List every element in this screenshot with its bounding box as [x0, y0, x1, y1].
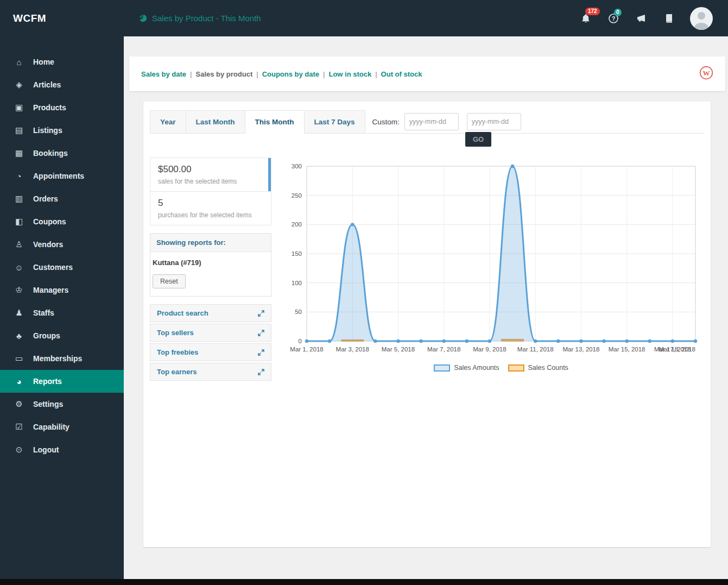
sidebar-item-home[interactable]: ⌂Home — [0, 51, 124, 73]
sidebar-item-label: Appointments — [33, 172, 84, 180]
sidebar-item-label: Settings — [33, 400, 63, 408]
sidebar-item-label: Memberships — [33, 354, 82, 363]
sidebar-item-capability[interactable]: ☑Capability — [0, 416, 124, 438]
tab-this-month[interactable]: This Month — [245, 110, 305, 134]
announcements-megaphone-icon[interactable] — [635, 12, 648, 25]
reset-button[interactable]: Reset — [153, 274, 186, 288]
sidebar-item-customers[interactable]: ☺Customers — [0, 256, 124, 279]
go-button[interactable]: GO — [465, 132, 491, 147]
notification-count-badge: 172 — [585, 8, 600, 15]
knowledgebase-book-icon[interactable] — [662, 12, 675, 25]
summary-stats: $500.00 sales for the selected items 5 p… — [150, 158, 271, 225]
sidebar-item-articles[interactable]: ◈Articles — [0, 73, 124, 96]
sidebar-item-label: Coupons — [33, 217, 66, 226]
tab-year[interactable]: Year — [150, 110, 186, 134]
help-icon[interactable]: ? 0 — [607, 12, 620, 25]
legend-item-sales-counts: Sales Counts — [508, 364, 568, 372]
sidebar-item-label: Home — [33, 58, 54, 66]
articles-icon: ◈ — [13, 80, 25, 90]
orders-icon: ▥ — [13, 194, 25, 204]
breadcrumb-link-low-in-stock[interactable]: Low in stock — [328, 70, 371, 78]
purchases-value: 5 — [158, 198, 263, 209]
groups-icon: ♣ — [13, 331, 25, 341]
sidebar-item-orders[interactable]: ▥Orders — [0, 187, 124, 210]
sales-chart: 050100150200250300Mar 1, 2018Mar 3, 2018… — [278, 158, 704, 381]
chart-legend: Sales AmountsSales Counts — [307, 364, 695, 372]
svg-text:W: W — [703, 69, 710, 77]
panel-top-freebies[interactable]: Top freebies — [150, 343, 271, 361]
custom-range-area: Custom: — [372, 110, 529, 133]
sidebar-item-coupons[interactable]: ◧Coupons — [0, 210, 124, 233]
breadcrumb-link-coupons-by-date[interactable]: Coupons by date — [262, 70, 319, 78]
tab-last-7-days[interactable]: Last 7 Days — [305, 110, 365, 134]
sidebar-item-label: Managers — [33, 286, 68, 294]
svg-text:Mar 15, 2018: Mar 15, 2018 — [609, 346, 645, 353]
sidebar-item-vendors[interactable]: ♙Vendors — [0, 233, 124, 256]
top-header: WCFM Sales by Product - This Month 172 ?… — [0, 0, 728, 36]
notifications-bell-icon[interactable]: 172 — [579, 12, 592, 25]
sidebar-item-settings[interactable]: ⚙Settings — [0, 393, 124, 416]
svg-text:Mar 18, 2018: Mar 18, 2018 — [659, 346, 695, 353]
sidebar-item-listings[interactable]: ▤Listings — [0, 119, 124, 142]
panel-label: Product search — [157, 309, 208, 317]
sidebar-item-products[interactable]: ▣Products — [0, 96, 124, 119]
svg-text:Mar 5, 2018: Mar 5, 2018 — [382, 346, 415, 353]
breadcrumb-link-sales-by-product: Sales by product — [196, 70, 253, 78]
sidebar-item-reports[interactable]: ◕Reports — [0, 370, 124, 393]
sidebar-item-logout[interactable]: ⊙Logout — [0, 438, 124, 461]
purchases-caption: purchases for the selected items — [158, 211, 263, 219]
sidebar-item-appointments[interactable]: ◔Appointments — [0, 165, 124, 187]
vendors-icon: ♙ — [13, 240, 25, 249]
bookings-icon: ▦ — [13, 148, 25, 158]
sidebar-item-groups[interactable]: ♣Groups — [0, 324, 124, 347]
settings-icon: ⚙ — [13, 399, 25, 409]
coupons-icon: ◧ — [13, 217, 25, 227]
svg-text:Mar 1, 2018: Mar 1, 2018 — [290, 346, 323, 353]
custom-date-from-input[interactable] — [404, 113, 459, 130]
panel-top-sellers[interactable]: Top sellers — [150, 324, 271, 342]
sidebar-item-managers[interactable]: ♔Managers — [0, 279, 124, 301]
stat-accent-bar — [268, 158, 271, 191]
breadcrumb-link-out-of-stock[interactable]: Out of stock — [381, 70, 422, 78]
svg-text:Mar 11, 2018: Mar 11, 2018 — [517, 346, 554, 353]
svg-text:Mar 13, 2018: Mar 13, 2018 — [563, 346, 600, 353]
panel-product-search[interactable]: Product search — [150, 304, 271, 322]
sales-total-stat: $500.00 sales for the selected items — [150, 158, 271, 191]
purchases-stat: 5 purchases for the selected items — [150, 191, 271, 225]
sidebar-item-staffs[interactable]: ♟Staffs — [0, 301, 124, 324]
sidebar-item-label: Customers — [33, 263, 73, 272]
sidebar-item-memberships[interactable]: ▭Memberships — [0, 347, 124, 370]
logout-icon: ⊙ — [13, 445, 25, 455]
report-panel-list: Product searchTop sellersTop freebiesTop… — [150, 304, 271, 381]
app-logo[interactable]: WCFM — [0, 12, 124, 24]
panel-top-earners[interactable]: Top earners — [150, 363, 271, 381]
tab-last-month[interactable]: Last Month — [186, 110, 245, 134]
panel-label: Top earners — [157, 368, 197, 376]
main-content: Sales by date|Sales by product|Coupons b… — [124, 36, 728, 579]
legend-item-sales-amounts: Sales Amounts — [434, 364, 499, 372]
sidebar-item-label: Groups — [33, 331, 60, 340]
report-body: $500.00 sales for the selected items 5 p… — [150, 158, 704, 381]
report-card: YearLast MonthThis MonthLast 7 Days Cust… — [143, 102, 711, 547]
wordpress-logo-icon[interactable]: W — [699, 66, 713, 82]
svg-text:50: 50 — [295, 309, 302, 315]
home-icon: ⌂ — [13, 58, 25, 67]
sales-total-caption: sales for the selected items — [158, 178, 263, 185]
sidebar-item-label: Listings — [33, 126, 62, 135]
help-count-badge: 0 — [614, 9, 622, 16]
custom-range-label: Custom: — [372, 118, 400, 126]
breadcrumb-separator: | — [186, 70, 195, 78]
panel-label: Top freebies — [157, 348, 198, 356]
vendor-name: Kuttana (#719) — [153, 259, 269, 267]
appointments-icon: ◔ — [13, 172, 25, 181]
custom-date-to-input[interactable] — [467, 113, 521, 130]
sidebar-item-bookings[interactable]: ▦Bookings — [0, 142, 124, 165]
staffs-icon: ♟ — [13, 308, 25, 318]
expand-icon — [258, 310, 264, 317]
user-avatar[interactable] — [690, 7, 713, 30]
breadcrumb-link-sales-by-date[interactable]: Sales by date — [141, 70, 186, 78]
sidebar-item-label: Capability — [33, 423, 69, 431]
customers-icon: ☺ — [13, 263, 25, 272]
capability-icon: ☑ — [13, 422, 25, 432]
svg-text:100: 100 — [292, 280, 302, 286]
